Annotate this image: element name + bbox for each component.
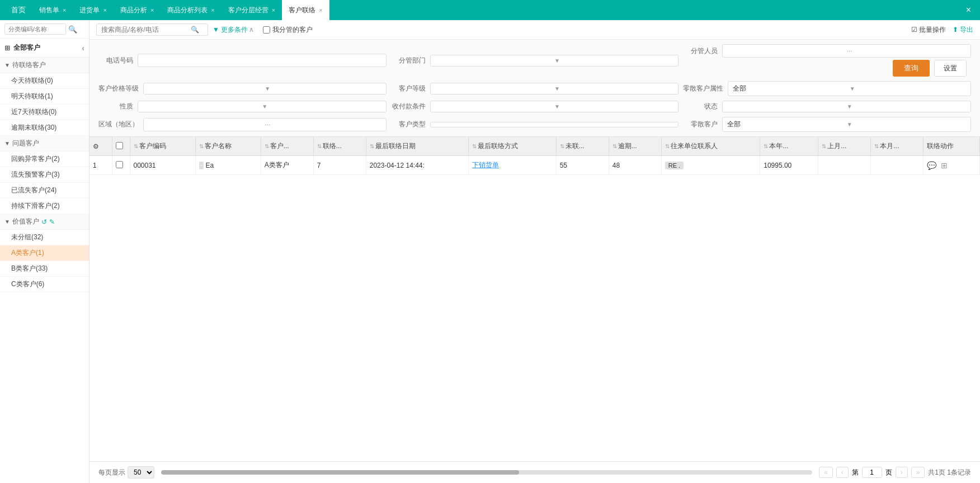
sidebar-item-churn-warning[interactable]: 流失预警客户(3): [0, 167, 89, 183]
nav-tab-customer-segment[interactable]: 客户分层经营 ×: [222, 0, 282, 20]
sidebar-search-input[interactable]: [4, 23, 66, 35]
sort-icon7: ⇅: [560, 143, 564, 149]
phone-filter-row: 电话号码: [98, 44, 387, 77]
sidebar-item-repurchase-abnormal[interactable]: 回购异常客户(2): [0, 151, 89, 167]
prev-page-button[interactable]: ‹: [836, 467, 849, 478]
customer-level-select[interactable]: ▼: [430, 83, 679, 94]
row-code: 000031: [130, 156, 195, 175]
retail-attr-select[interactable]: 全部 ▼: [728, 81, 971, 96]
arrow-down-icon2: ▼: [4, 140, 10, 146]
retail-customer-select[interactable]: 全部 ▼: [722, 117, 971, 132]
contact-method-link[interactable]: 下销货单: [472, 161, 499, 169]
status-select[interactable]: ▼: [722, 101, 971, 112]
payment-select[interactable]: ▼: [430, 101, 679, 112]
qrcode-button[interactable]: ⊞: [941, 161, 948, 170]
th-last-month[interactable]: ⇅ 上月...: [818, 137, 871, 156]
export-button[interactable]: ⬆ 导出: [953, 25, 973, 35]
edit-icon[interactable]: ✎: [49, 218, 55, 226]
price-level-select[interactable]: ▼: [143, 83, 387, 94]
sidebar-problem-customers-group[interactable]: ▼ 问题客户: [0, 136, 89, 151]
th-customer-type[interactable]: ⇅ 客户...: [261, 137, 313, 156]
row-this-month: [871, 156, 924, 175]
first-page-button[interactable]: «: [819, 467, 833, 478]
sidebar-search-area: 🔍: [0, 20, 89, 39]
th-last-contact-method[interactable]: ⇅ 最后联络方式: [468, 137, 556, 156]
close-sales-tab[interactable]: ×: [63, 7, 66, 13]
more-conditions-button[interactable]: ▼ 更多条件 ∧: [213, 25, 254, 35]
settings-icon[interactable]: ⚙: [93, 143, 99, 150]
sort-icon4: ⇅: [317, 143, 322, 149]
close-segment-tab[interactable]: ×: [272, 7, 275, 13]
last-page-button[interactable]: »: [911, 467, 925, 478]
th-last-contact-date[interactable]: ⇅ 最后联络日期: [366, 137, 468, 156]
nav-home[interactable]: 首页: [4, 0, 32, 20]
th-unit-contact[interactable]: ⇅ 往来单位联系人: [661, 137, 760, 156]
search-icon[interactable]: 🔍: [191, 26, 199, 34]
sidebar-item-b-class[interactable]: B类客户(33): [0, 261, 89, 277]
nav-tab-analysis-list[interactable]: 商品分析列表 ×: [161, 0, 221, 20]
window-close-button[interactable]: ×: [962, 5, 976, 15]
settings-button[interactable]: 设置: [934, 60, 967, 77]
sidebar-all-customers[interactable]: ⊞ 全部客户 ‹: [0, 39, 89, 58]
close-contact-tab[interactable]: ×: [319, 7, 322, 13]
row-last-contact-method: 下销货单: [468, 156, 556, 175]
unit-contact-tag: RE .: [665, 162, 684, 169]
close-purchase-tab[interactable]: ×: [103, 7, 106, 13]
page-size-select[interactable]: 50: [128, 466, 154, 479]
th-overdue-days[interactable]: ⇅ 逾期...: [609, 137, 661, 156]
th-contact-count[interactable]: ⇅ 联络...: [313, 137, 366, 156]
sidebar-item-overdue[interactable]: 逾期未联络(30): [0, 120, 89, 136]
sidebar-collapse-button[interactable]: ‹: [82, 44, 84, 53]
assignee-select[interactable]: ···: [722, 44, 971, 58]
th-this-month[interactable]: ⇅ 本月...: [871, 137, 924, 156]
my-customers-check[interactable]: [263, 26, 270, 34]
sidebar-item-a-class[interactable]: A类客户(1): [0, 245, 89, 261]
th-no-contact-days[interactable]: ⇅ 未联...: [556, 137, 609, 156]
batch-operation-button[interactable]: ☑ 批量操作: [911, 25, 946, 35]
sidebar-item-tomorrow[interactable]: 明天待联络(1): [0, 89, 89, 105]
close-analysis-list-tab[interactable]: ×: [211, 7, 214, 13]
close-analysis-tab[interactable]: ×: [150, 7, 154, 13]
th-code[interactable]: ⇅ 客户编码: [130, 137, 195, 156]
row-customer-type: A类客户: [261, 156, 313, 175]
th-this-year[interactable]: ⇅ 本年...: [760, 137, 818, 156]
row-checkbox[interactable]: [116, 161, 123, 168]
sidebar-pending-contact-group[interactable]: ▼ 待联络客户: [0, 58, 89, 73]
retail-customer-arrow: ▼: [847, 121, 966, 127]
customer-type-select[interactable]: [430, 122, 679, 127]
sidebar-search-icon[interactable]: 🔍: [68, 25, 77, 34]
chat-button[interactable]: 💬: [927, 161, 936, 170]
select-all-checkbox[interactable]: [116, 142, 123, 149]
nav-tab-sales[interactable]: 销售单 ×: [32, 0, 73, 20]
nav-tab-purchase[interactable]: 进货单 ×: [73, 0, 113, 20]
arrow-icon: ∧: [249, 26, 254, 34]
th-settings[interactable]: ⚙: [89, 137, 112, 156]
sort-icon8: ⇅: [613, 143, 617, 149]
nav-tab-analysis[interactable]: 商品分析 ×: [114, 0, 161, 20]
sidebar-item-today[interactable]: 今天待联络(0): [0, 73, 89, 89]
scrollbar-area[interactable]: [161, 470, 812, 475]
sidebar-item-churned[interactable]: 已流失客户(24): [0, 183, 89, 198]
nature-select[interactable]: ▼: [138, 101, 387, 112]
region-select[interactable]: ···: [143, 118, 387, 131]
filter-search-box[interactable]: 🔍: [96, 23, 208, 36]
sidebar-item-7days[interactable]: 近7天待联络(0): [0, 105, 89, 120]
sidebar-value-customers-group[interactable]: ▼ 价值客户 ↺ ✎: [0, 214, 89, 230]
my-customers-checkbox[interactable]: 我分管的客户: [263, 25, 313, 35]
phone-input[interactable]: [138, 54, 387, 67]
nav-tab-customer-contact[interactable]: 客户联络 ×: [282, 0, 329, 20]
th-checkbox[interactable]: [112, 137, 130, 156]
row-last-contact-date: 2023-04-12 14:44:: [366, 156, 468, 175]
sidebar-item-unclassified[interactable]: 未分组(32): [0, 230, 89, 245]
dept-select[interactable]: ▼: [430, 55, 679, 67]
next-page-button[interactable]: ›: [896, 467, 908, 478]
scrollbar-thumb: [161, 470, 519, 475]
sidebar-item-c-class[interactable]: C类客户(6): [0, 277, 89, 292]
price-level-arrow: ▼: [265, 86, 381, 92]
sidebar-item-declining[interactable]: 持续下滑客户(2): [0, 198, 89, 214]
page-number-input[interactable]: [862, 467, 882, 478]
refresh-icon[interactable]: ↺: [41, 218, 47, 226]
search-input[interactable]: [101, 26, 191, 34]
query-button[interactable]: 查询: [893, 60, 930, 77]
th-name[interactable]: ⇅ 客户名称: [195, 137, 261, 156]
